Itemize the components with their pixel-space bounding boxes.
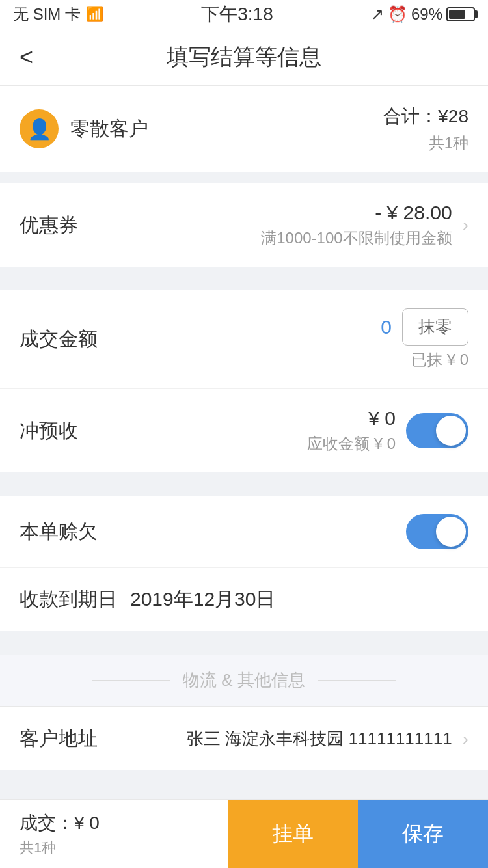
debt-right: [406, 514, 468, 549]
due-date-value: 2019年12月30日: [130, 586, 275, 613]
address-row[interactable]: 客户地址 张三 海淀永丰科技园 11111111111 ›: [0, 707, 488, 770]
due-date-label: 收款到期日: [20, 586, 117, 613]
address-label: 客户地址: [20, 726, 98, 752]
coupon-row[interactable]: 优惠券 - ¥ 28.00 满1000-100不限制使用金额 ›: [0, 183, 488, 267]
avatar: 👤: [20, 109, 59, 148]
coupon-value: - ¥ 28.00: [261, 202, 452, 224]
address-right: 张三 海淀永丰科技园 11111111111 ›: [187, 727, 468, 750]
toggle-knob: [436, 416, 466, 446]
battery-percent: 69%: [411, 5, 442, 23]
debt-toggle[interactable]: [406, 514, 468, 549]
customer-row: 👤 零散客户 合计：¥28 共1种: [0, 86, 488, 172]
customer-summary: 合计：¥28 共1种: [383, 104, 468, 154]
deal-amount-right: 0 抹零 已抹 ¥ 0: [381, 308, 468, 370]
content-area: 👤 零散客户 合计：¥28 共1种 优惠券 - ¥ 28.00 满1000-10…: [0, 86, 488, 860]
pre-collection-sub: 应收金额 ¥ 0: [307, 433, 396, 454]
debt-row: 本单赊欠: [0, 496, 488, 568]
total-count: 共1种: [383, 133, 468, 154]
pre-collection-row: 冲预收 ¥ 0 应收金额 ¥ 0: [0, 389, 488, 472]
status-time: 下午3:18: [201, 2, 273, 27]
customer-info: 👤 零散客户: [20, 109, 148, 148]
coupon-right: - ¥ 28.00 满1000-100不限制使用金额 ›: [261, 202, 468, 249]
bottom-deal-label: 成交：: [20, 813, 74, 833]
bottom-count: 共1种: [20, 838, 208, 858]
page-title: 填写结算等信息: [167, 42, 321, 72]
customer-name: 零散客户: [70, 116, 148, 142]
save-button[interactable]: 保存: [358, 800, 488, 869]
pre-collection-value: ¥ 0: [307, 407, 396, 429]
alarm-icon: ⏰: [388, 5, 407, 23]
bottom-deal-amount: ¥ 0: [74, 813, 100, 833]
battery-fill: [449, 10, 465, 19]
battery-icon: [446, 7, 475, 21]
pre-collection-group: ¥ 0 应收金额 ¥ 0: [307, 407, 396, 454]
divider-1: [0, 278, 488, 290]
wifi-icon: 📶: [86, 6, 103, 23]
bottom-bar: 成交：¥ 0 共1种 挂单 保存: [0, 799, 488, 868]
debt-toggle-knob: [436, 517, 466, 547]
status-right: ↗ ⏰ 69%: [371, 5, 475, 23]
bottom-info: 成交：¥ 0 共1种: [0, 811, 228, 858]
nav-bar: < 填写结算等信息: [0, 29, 488, 86]
pre-collection-right: ¥ 0 应收金额 ¥ 0: [307, 407, 468, 454]
status-left: 无 SIM 卡 📶: [13, 4, 103, 25]
hang-button[interactable]: 挂单: [228, 800, 358, 869]
coupon-section: 优惠券 - ¥ 28.00 满1000-100不限制使用金额 ›: [0, 183, 488, 267]
coupon-label: 优惠券: [20, 212, 78, 239]
address-value: 张三 海淀永丰科技园 11111111111: [187, 727, 452, 750]
back-button[interactable]: <: [20, 44, 33, 71]
due-date-row: 收款到期日 2019年12月30日: [0, 568, 488, 631]
coupon-sub: 满1000-100不限制使用金额: [261, 228, 452, 249]
bottom-deal: 成交：¥ 0: [20, 811, 208, 835]
round-zero-button[interactable]: 抹零: [402, 308, 468, 346]
coupon-chevron: ›: [463, 215, 468, 236]
divider-2: [0, 484, 488, 496]
pre-collection-toggle[interactable]: [406, 413, 468, 448]
debt-label: 本单赊欠: [20, 519, 98, 545]
logistics-label: 物流 & 其他信息: [92, 669, 396, 692]
deal-amount-row: 成交金额 0 抹零 已抹 ¥ 0: [0, 290, 488, 389]
deal-amount-label: 成交金额: [20, 326, 98, 353]
address-chevron: ›: [463, 729, 468, 750]
address-section: 客户地址 张三 海淀永丰科技园 11111111111 ›: [0, 707, 488, 770]
deal-amount-sub: 已抹 ¥ 0: [381, 349, 468, 370]
deal-amount-value: 0: [381, 316, 392, 338]
debt-section: 本单赊欠 收款到期日 2019年12月30日: [0, 496, 488, 631]
coupon-value-group: - ¥ 28.00 满1000-100不限制使用金额: [261, 202, 452, 249]
status-bar: 无 SIM 卡 📶 下午3:18 ↗ ⏰ 69%: [0, 0, 488, 29]
pre-collection-label: 冲预收: [20, 418, 78, 444]
location-icon: ↗: [371, 5, 384, 23]
amount-section: 成交金额 0 抹零 已抹 ¥ 0 冲预收 ¥ 0 应收金额 ¥ 0: [0, 290, 488, 472]
avatar-icon: 👤: [27, 118, 51, 141]
total-price: 合计：¥28: [383, 104, 468, 129]
signal-text: 无 SIM 卡: [13, 4, 81, 25]
deal-amount-group: 0 抹零 已抹 ¥ 0: [381, 308, 468, 370]
divider-3: [0, 643, 488, 655]
logistics-section: 物流 & 其他信息: [0, 655, 488, 706]
